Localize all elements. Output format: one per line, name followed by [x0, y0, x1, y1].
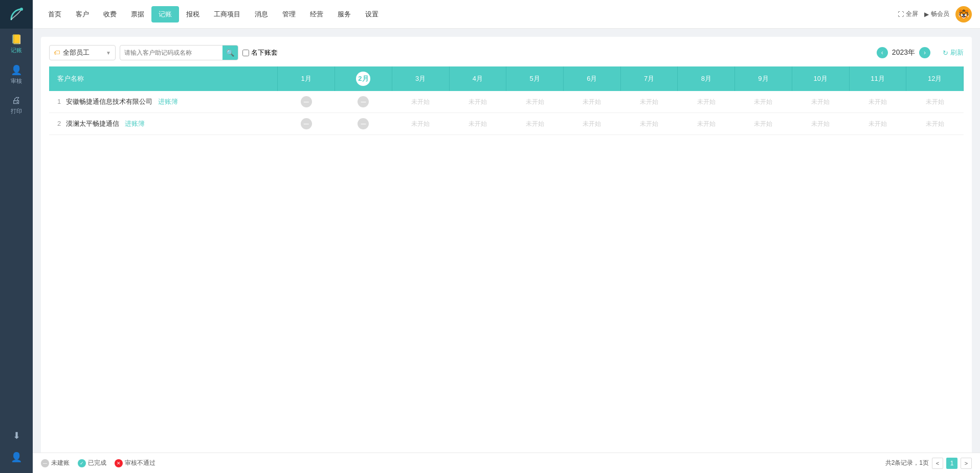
nav-home[interactable]: 首页 [41, 0, 69, 29]
legend-rejected: 审核不通过 [115, 459, 155, 467]
nav-customer[interactable]: 客户 [69, 0, 96, 29]
sidebar-item-support[interactable]: 👤 [0, 446, 33, 468]
company-name: 安徽畅捷通信息技术有限公司 [66, 98, 152, 105]
search-input[interactable] [120, 49, 222, 56]
not-started-aug: 未开始 [697, 98, 716, 105]
cell-jun: 未开始 [563, 113, 620, 135]
download-icon: ⬇ [13, 430, 20, 441]
not-started-aug: 未开始 [697, 120, 716, 127]
status-dot-feb[interactable] [358, 96, 369, 107]
status-dot-feb[interactable] [358, 118, 369, 129]
not-started-jul: 未开始 [640, 98, 658, 105]
cell-jan[interactable] [278, 113, 335, 135]
not-started-sep: 未开始 [754, 98, 772, 105]
nav-billing[interactable]: 收费 [96, 0, 124, 29]
cell-apr: 未开始 [449, 113, 506, 135]
cell-name: 2 漠澜太平畅捷通信 进账簿 [49, 113, 278, 135]
svg-point-0 [20, 8, 23, 11]
col-header-aug: 8月 [678, 66, 735, 91]
not-started-jul: 未开始 [640, 120, 658, 127]
table-row: 1 安徽畅捷通信息技术有限公司 进账簿 未开始未开始未开始未开始未开始未开始未开… [49, 91, 964, 113]
legend-completed: 已完成 [78, 459, 106, 467]
employee-select[interactable]: 🏷 全部员工 ▼ [49, 45, 116, 60]
pagination: 共2条记录，1页 < 1 > [885, 458, 972, 469]
topnav-right: ⛶ 全屏 ▶ 畅会员 🐯 [898, 6, 972, 22]
cell-may: 未开始 [506, 91, 564, 113]
audit-icon: 👤 [11, 64, 22, 76]
not-started-may: 未开始 [526, 98, 544, 105]
cell-nov: 未开始 [849, 113, 906, 135]
col-header-jun: 6月 [563, 66, 620, 91]
cell-mar: 未开始 [392, 91, 449, 113]
status-dot-jan[interactable] [301, 118, 312, 129]
print-icon: 🖨 [12, 95, 21, 106]
content-inner: 🏷 全部员工 ▼ 🔍 名下账套 ‹ 2023年 › [41, 37, 972, 453]
not-started-sep: 未开始 [754, 120, 772, 127]
cell-jul: 未开始 [620, 113, 678, 135]
data-table: 客户名称 1月 2月 3月 4月 5月 6月 7月 8月 9月 10月 11月 [49, 66, 964, 135]
sidebar-item-audit[interactable]: 👤 审核 [0, 59, 33, 90]
legend-not-created: 未建账 [41, 459, 70, 467]
status-dot-jan[interactable] [301, 96, 312, 107]
refresh-button[interactable]: ↻ 刷新 [943, 48, 964, 57]
not-started-oct: 未开始 [811, 120, 830, 127]
cell-mar: 未开始 [392, 113, 449, 135]
sidebar: 📒 记账 👤 审核 🖨 打印 ⬇ 👤 [0, 0, 33, 473]
next-page-button[interactable]: > [961, 458, 972, 469]
not-started-nov: 未开始 [868, 120, 887, 127]
cell-name: 1 安徽畅捷通信息技术有限公司 进账簿 [49, 91, 278, 113]
my-accounts-checkbox[interactable] [242, 50, 249, 56]
nav-invoice[interactable]: 票据 [124, 0, 151, 29]
data-table-wrapper: 客户名称 1月 2月 3月 4月 5月 6月 7月 8月 9月 10月 11月 [49, 66, 964, 135]
sidebar-bottom: ⬇ 👤 [0, 425, 33, 473]
sidebar-item-download[interactable]: ⬇ [0, 425, 33, 446]
employee-tag-icon: 🏷 [54, 49, 60, 56]
support-icon: 👤 [11, 452, 22, 463]
nav-tax[interactable]: 报税 [179, 0, 207, 29]
content-area: 🏷 全部员工 ▼ 🔍 名下账套 ‹ 2023年 › [33, 29, 980, 453]
nav-operations[interactable]: 经营 [303, 0, 330, 29]
cell-jan[interactable] [278, 91, 335, 113]
prev-year-button[interactable]: ‹ [877, 47, 888, 58]
not-started-dec: 未开始 [926, 120, 944, 127]
user-avatar[interactable]: 🐯 [955, 6, 972, 22]
cell-apr: 未开始 [449, 91, 506, 113]
my-accounts-checkbox-wrapper[interactable]: 名下账套 [242, 48, 278, 57]
accounting-icon: 📒 [11, 34, 22, 45]
current-page: 1 [946, 458, 957, 469]
nav-management[interactable]: 管理 [275, 0, 303, 29]
enter-ledger-link[interactable]: 进账簿 [158, 98, 178, 105]
nav-bookkeeping[interactable]: 记账 [151, 6, 179, 22]
year-navigation: ‹ 2023年 › [877, 47, 930, 58]
sidebar-item-print[interactable]: 🖨 打印 [0, 90, 33, 120]
refresh-label: 刷新 [950, 48, 964, 57]
cell-feb[interactable] [335, 113, 392, 135]
cell-feb[interactable] [335, 91, 392, 113]
search-button[interactable]: 🔍 [222, 45, 238, 60]
cell-sep: 未开始 [735, 113, 792, 135]
member-button[interactable]: ▶ 畅会员 [924, 10, 949, 18]
col-header-dec: 12月 [906, 66, 964, 91]
employee-select-label: 全部员工 [63, 48, 90, 57]
cell-jul: 未开始 [620, 91, 678, 113]
not-started-jun: 未开始 [583, 98, 601, 105]
sidebar-item-accounting-label: 记账 [11, 47, 22, 54]
nav-service[interactable]: 服务 [330, 0, 358, 29]
sidebar-item-accounting[interactable]: 📒 记账 [0, 29, 33, 59]
rejected-icon [115, 459, 123, 467]
chevron-down-icon: ▼ [106, 50, 111, 56]
status-legend: 未建账 已完成 审核不通过 [41, 459, 155, 467]
not-started-nov: 未开始 [868, 98, 887, 105]
prev-page-button[interactable]: < [932, 458, 943, 469]
sidebar-item-print-label: 打印 [11, 107, 22, 115]
nav-settings[interactable]: 设置 [358, 0, 386, 29]
next-year-button[interactable]: › [919, 47, 930, 58]
nav-message[interactable]: 消息 [248, 0, 275, 29]
cell-sep: 未开始 [735, 91, 792, 113]
not-started-jun: 未开始 [583, 120, 601, 127]
fullscreen-button[interactable]: ⛶ 全屏 [898, 10, 918, 18]
nav-business[interactable]: 工商项目 [207, 0, 248, 29]
enter-ledger-link[interactable]: 进账簿 [125, 120, 145, 127]
fullscreen-label: 全屏 [906, 10, 918, 18]
cell-oct: 未开始 [792, 91, 849, 113]
